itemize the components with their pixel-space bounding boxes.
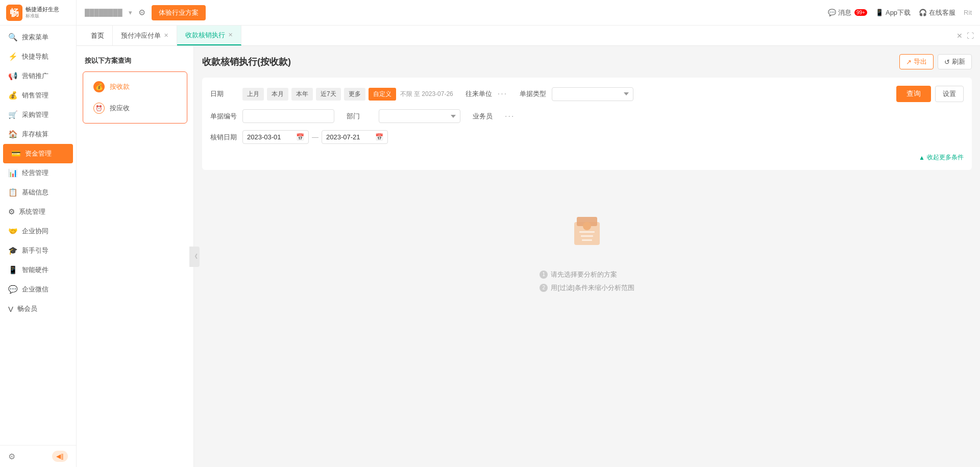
service-icon: 🎧 <box>919 9 927 16</box>
sidebar-item-经营管理[interactable]: 📊经营管理 <box>0 163 76 183</box>
page-title: 收款核销执行(按收款) <box>202 56 291 68</box>
dept-select[interactable] <box>379 109 460 123</box>
service-label: 在线客服 <box>929 8 955 17</box>
date-field: 日期 上月 本月 本年 近7天 更多 自定义 不限 至 2023-07-26 <box>210 88 453 101</box>
export-btn[interactable]: ↗ 导出 <box>899 54 934 69</box>
tab-1[interactable]: 预付冲应付单✕ <box>113 26 177 45</box>
sidebar-item-企业微信[interactable]: 💬企业微信 <box>0 280 76 299</box>
date-this-year-btn[interactable]: 本年 <box>291 88 313 101</box>
content-area: 按以下方案查询 💰 按收款 ⏰ 按应收 《 收款核销执行(按收款) <box>77 46 980 467</box>
verify-date-start-input[interactable]: 2023-03-01 📅 <box>242 130 309 144</box>
topbar: ████████ ▾ ⚙ 体验行业方案 💬 消息 99+ 📱 App下载 🎧 在… <box>77 0 980 26</box>
form-row-2: 单据编号 部门 业务员 ··· <box>210 109 964 123</box>
verify-date-label: 核销日期 <box>210 133 238 142</box>
tab-close-2[interactable]: ✕ <box>228 32 233 38</box>
tabs: 首页预付冲应付单✕收款核销执行✕ <box>83 26 241 45</box>
sidebar-item-基础信息[interactable]: 📋基础信息 <box>0 183 76 202</box>
svg-point-2 <box>583 222 591 230</box>
settings-icon[interactable]: ⚙ <box>8 452 15 461</box>
verify-date-field: 核销日期 2023-03-01 📅 — 2023-07-21 📅 <box>210 130 388 144</box>
sidebar-item-销售管理[interactable]: 💰销售管理 <box>0 86 76 105</box>
empty-illustration <box>561 207 612 258</box>
date-this-month-btn[interactable]: 本月 <box>267 88 288 101</box>
settings-form-btn[interactable]: 设置 <box>935 86 964 102</box>
filter-item-receipt[interactable]: 💰 按收款 <box>83 76 187 97</box>
calendar-end-icon[interactable]: 📅 <box>375 133 383 141</box>
counterparty-picker-btn[interactable]: ··· <box>498 89 507 99</box>
receipt-icon: 💰 <box>93 81 105 92</box>
filter-item-due[interactable]: ⏰ 按应收 <box>83 97 187 119</box>
verify-date-end-input[interactable]: 2023-07-21 📅 <box>322 130 388 144</box>
date-custom-btn[interactable]: 自定义 <box>369 88 396 101</box>
topbar-gear-icon[interactable]: ⚙ <box>138 8 145 17</box>
sidebar-item-系统管理[interactable]: ⚙系统管理 <box>0 202 76 222</box>
sidebar-item-库存核算[interactable]: 🏠库存核算 <box>0 125 76 144</box>
app-label: App下载 <box>886 8 911 17</box>
page-header: 收款核销执行(按收款) ↗ 导出 ↺ 刷新 <box>202 54 972 69</box>
message-icon: 💬 <box>828 9 836 16</box>
counterparty-label: 往来单位 <box>465 89 494 99</box>
collapse-filter-btn[interactable]: 《 <box>189 247 200 267</box>
staff-picker-btn[interactable]: ··· <box>505 112 514 121</box>
sidebar-item-营销推广[interactable]: 📢营销推广 <box>0 66 76 86</box>
date-separator: — <box>312 133 318 141</box>
close-tab-icon[interactable]: ✕ <box>957 32 963 40</box>
sidebar-bottom: ⚙ ◀‖ <box>0 445 76 467</box>
staff-field: 业务员 ··· <box>473 112 514 121</box>
export-icon: ↗ <box>906 58 912 66</box>
app-download-btn[interactable]: 📱 App下载 <box>875 8 911 17</box>
logo-badge: 标准版 <box>26 13 59 19</box>
dept-field: 部门 <box>347 109 460 123</box>
calendar-start-icon[interactable]: 📅 <box>296 133 304 141</box>
filter-item-receipt-label: 按收款 <box>110 82 130 91</box>
svg-rect-5 <box>582 239 592 241</box>
filter-sidebar: 按以下方案查询 💰 按收款 ⏰ 按应收 《 <box>77 46 194 467</box>
bill-type-select[interactable] <box>552 87 633 101</box>
refresh-btn[interactable]: ↺ 刷新 <box>938 54 972 69</box>
sidebar-item-畅会员[interactable]: V畅会员 <box>0 299 76 318</box>
sidebar-item-快捷导航[interactable]: ⚡快捷导航 <box>0 47 76 66</box>
sidebar-logo: 畅 畅捷通好生意 标准版 <box>0 0 76 26</box>
message-label: 消息 <box>838 8 851 17</box>
step-num-2: 2 <box>540 284 548 292</box>
query-btn[interactable]: 查询 <box>896 86 931 102</box>
empty-state: 1 请先选择要分析的方案 2 用[过滤]条件来缩小分析范围 <box>202 176 972 325</box>
message-btn[interactable]: 💬 消息 99+ <box>828 8 867 17</box>
user-info[interactable]: Rit <box>964 9 972 16</box>
sidebar-item-新手引导[interactable]: 🎓新手引导 <box>0 241 76 260</box>
query-form: 日期 上月 本月 本年 近7天 更多 自定义 不限 至 2023-07-26 往… <box>202 78 972 170</box>
date-7days-btn[interactable]: 近7天 <box>316 88 341 101</box>
sidebar-item-智能硬件[interactable]: 📱智能硬件 <box>0 260 76 280</box>
bill-no-input[interactable] <box>242 109 334 123</box>
main-content: 收款核销执行(按收款) ↗ 导出 ↺ 刷新 日期 <box>194 46 980 467</box>
sidebar-item-资金管理[interactable]: 💳资金管理 <box>3 144 73 163</box>
tab-2[interactable]: 收款核销执行✕ <box>177 26 241 45</box>
sidebar-item-采购管理[interactable]: 🛒采购管理 <box>0 105 76 125</box>
due-icon: ⏰ <box>93 103 105 114</box>
form-row-1: 日期 上月 本月 本年 近7天 更多 自定义 不限 至 2023-07-26 往… <box>210 86 964 102</box>
date-label: 日期 <box>210 89 238 99</box>
industry-btn[interactable]: 体验行业方案 <box>152 5 206 20</box>
tab-close-1[interactable]: ✕ <box>164 32 168 39</box>
chevron-down-icon[interactable]: ▾ <box>129 9 132 16</box>
sidebar-menu: 🔍搜索菜单⚡快捷导航📢营销推广💰销售管理🛒采购管理🏠库存核算💳资金管理📊经营管理… <box>0 26 76 445</box>
dept-label: 部门 <box>347 112 375 121</box>
date-last-month-btn[interactable]: 上月 <box>242 88 264 101</box>
collapse-conditions-btn[interactable]: ▲ 收起更多条件 <box>210 151 964 162</box>
sidebar-item-搜索菜单[interactable]: 🔍搜索菜单 <box>0 28 76 47</box>
main-area: ████████ ▾ ⚙ 体验行业方案 💬 消息 99+ 📱 App下载 🎧 在… <box>77 0 980 467</box>
bill-type-field: 单据类型 <box>520 87 633 101</box>
collapse-sidebar-btn[interactable]: ◀‖ <box>52 451 68 462</box>
tabbar-actions: ✕ ⛶ <box>957 32 974 40</box>
empty-text: 1 请先选择要分析的方案 2 用[过滤]条件来缩小分析范围 <box>540 268 634 294</box>
topbar-brand: ████████ <box>85 9 122 16</box>
tab-0[interactable]: 首页 <box>83 26 113 45</box>
message-badge: 99+ <box>854 9 867 16</box>
step-num-1: 1 <box>540 271 548 279</box>
filter-box: 💰 按收款 ⏰ 按应收 <box>83 71 187 124</box>
date-more-btn[interactable]: 更多 <box>344 88 365 101</box>
online-service-btn[interactable]: 🎧 在线客服 <box>919 8 955 17</box>
expand-tab-icon[interactable]: ⛶ <box>967 32 974 40</box>
bill-no-label: 单据编号 <box>210 112 238 121</box>
sidebar-item-企业协同[interactable]: 🤝企业协同 <box>0 222 76 241</box>
